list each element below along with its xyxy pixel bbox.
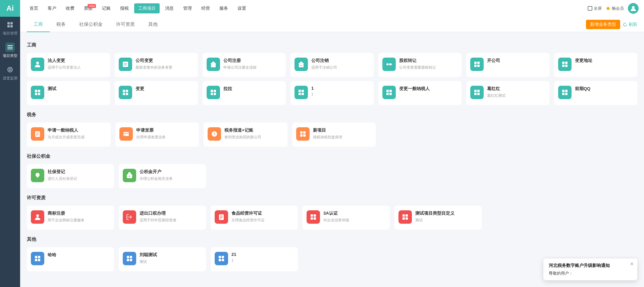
nav-accounting[interactable]: 记账 [98, 3, 115, 13]
ge-hong-hong-icon [470, 86, 484, 99]
other-cards: 哈哈 刘聪测试 测试 [27, 247, 298, 271]
svg-rect-47 [389, 93, 392, 95]
nav-customer[interactable]: 客户 [44, 3, 60, 13]
nav-industrial[interactable]: 工商项目 [134, 3, 160, 13]
svg-rect-52 [562, 90, 565, 92]
company-cancel-icon [294, 58, 308, 71]
svg-rect-83 [402, 217, 405, 220]
new-type-button[interactable]: 新增业务类型 [586, 20, 620, 29]
card-qian-qi-qq[interactable]: 前期QQ [554, 81, 637, 105]
nav-billing[interactable]: 收费 [62, 3, 78, 13]
liu-cong-test-icon [123, 252, 136, 265]
nav-ticket[interactable]: 票据 new [80, 3, 97, 13]
haha-icon [31, 252, 44, 265]
card-test[interactable]: 测试 [27, 81, 110, 105]
card-change-address[interactable]: 变更地址 [554, 53, 637, 77]
card-change-tax[interactable]: 变更一般纳税人 [378, 81, 462, 105]
tabbar-actions: 新增业务类型 刷新 [586, 20, 637, 32]
card-lala[interactable]: 拉拉 [203, 81, 286, 105]
tab-license[interactable]: 许可资质 [109, 17, 142, 32]
nav-message[interactable]: 消息 [161, 3, 178, 13]
tab-social[interactable]: 社保公积金 [72, 17, 109, 32]
svg-rect-41 [302, 90, 304, 92]
svg-rect-45 [389, 90, 392, 92]
card-ge-hong-hong[interactable]: 葛红红 葛红红测试 [466, 81, 549, 105]
svg-rect-31 [38, 93, 40, 95]
card-3a-cert[interactable]: 3A认证 对企业信誉评级 [303, 206, 390, 230]
tax-cards: 申请一般纳税人 当月或次月成变更完成 申请发票 办理申请发票业务 [27, 123, 376, 147]
fund-open-icon [123, 169, 136, 182]
social-register-icon [31, 169, 44, 182]
industrial-cards-row1: 法人变更 适用于公司变更法人 公司变更 股权变更外的业务变更 [27, 53, 637, 77]
tab-tax[interactable]: 税务 [50, 17, 72, 32]
sidebar-item-project-mgmt[interactable]: 项目管理 [0, 17, 20, 39]
sidebar-item-progress-monitor[interactable]: 进度监测 [0, 62, 20, 84]
vip-button[interactable]: 畅会员 [606, 6, 624, 11]
avatar[interactable] [628, 3, 639, 14]
svg-rect-53 [565, 90, 568, 92]
nav-operations[interactable]: 经营 [197, 3, 214, 13]
card-apply-invoice[interactable]: 申请发票 办理申请发票业务 [115, 123, 199, 147]
nav-settings[interactable]: 设置 [233, 3, 250, 13]
card-food-permit[interactable]: 食品经营许可证 办理食品经营许可证 [211, 206, 298, 230]
svg-point-68 [37, 174, 39, 176]
card-haha[interactable]: 哈哈 [27, 247, 114, 271]
section-tax-title: 税务 [27, 112, 637, 118]
svg-rect-32 [123, 90, 125, 92]
svg-rect-77 [311, 214, 313, 217]
svg-rect-5 [7, 47, 13, 48]
new-project-icon [296, 127, 310, 141]
card-fund-open[interactable]: 公积金开户 办理公积金相关业务 [119, 164, 206, 188]
industrial-cards-row2: 测试 变更 [27, 81, 637, 105]
card-change2[interactable]: 变更 [115, 81, 198, 105]
tab-other[interactable]: 其他 [142, 17, 164, 32]
card-one[interactable]: 1 1 [290, 81, 374, 105]
svg-rect-91 [127, 259, 129, 261]
card-tax-report-accounting[interactable]: 税务报道+记账 拿到营业执照的新公司 [204, 123, 287, 147]
svg-rect-46 [386, 93, 389, 95]
test-type-icon [398, 210, 412, 224]
card-legal-change[interactable]: 法人变更 适用于公司变更法人 [27, 53, 110, 77]
card-company-cancel[interactable]: 公司注销 适用于注销公司 [290, 53, 374, 77]
tab-industrial[interactable]: 工商 [27, 17, 50, 32]
card-apply-general-tax[interactable]: 申请一般纳税人 当月或次月成变更完成 [27, 123, 111, 147]
svg-rect-40 [299, 90, 301, 92]
card-company-register[interactable]: 公司注册 申请公司注册全流程 [203, 53, 286, 77]
svg-rect-50 [474, 93, 477, 95]
svg-rect-89 [127, 256, 129, 258]
svg-rect-44 [386, 90, 389, 92]
svg-rect-78 [314, 214, 316, 217]
trademark-icon [31, 210, 44, 224]
svg-rect-80 [314, 217, 316, 220]
svg-rect-82 [406, 214, 408, 217]
svg-rect-92 [130, 259, 132, 261]
project-type-icon [5, 43, 15, 52]
fullscreen-button[interactable]: 全屏 [588, 6, 602, 11]
card-trademark[interactable]: 商标注册 用于企业商标注册服务 [27, 206, 114, 230]
card-test-type[interactable]: 测试项目类型目定义 测试 [394, 206, 482, 230]
svg-rect-43 [302, 93, 304, 95]
nav-home[interactable]: 首页 [25, 3, 42, 13]
card-company-change[interactable]: 公司变更 股权变更外的业务变更 [115, 53, 198, 77]
svg-rect-22 [474, 65, 477, 67]
refresh-button[interactable]: 刷新 [623, 21, 637, 27]
lala-icon [207, 86, 220, 99]
nav-management[interactable]: 管理 [179, 3, 196, 13]
toast-close-button[interactable]: ✕ [630, 261, 634, 267]
nav-tax[interactable]: 报税 [116, 3, 133, 13]
main-wrap: 首页 客户 收费 票据 new 记账 报税 工商项目 消息 管理 经营 服务 设… [20, 0, 644, 287]
card-social-register[interactable]: 社保登记 进行人员社保登记 [27, 164, 114, 188]
card-new-project[interactable]: 新项目 报税加税控盘保管 [292, 123, 376, 147]
svg-rect-27 [565, 65, 568, 67]
card-equity-transfer[interactable]: 股权转让 公司变更需要股权转让 [378, 53, 462, 77]
food-permit-icon [215, 210, 228, 224]
card-twenty-one[interactable]: 21 1 [211, 247, 298, 271]
svg-rect-1 [10, 22, 13, 24]
topnav: 首页 客户 收费 票据 new 记账 报税 工商项目 消息 管理 经营 服务 设… [20, 0, 644, 17]
sidebar-item-project-type[interactable]: 项目类型 [0, 39, 20, 62]
3a-cert-icon [307, 210, 320, 224]
nav-service[interactable]: 服务 [215, 3, 232, 13]
card-import-export[interactable]: 进出口权办理 适用于对外贸易经营者 [119, 206, 206, 230]
card-liu-cong-test[interactable]: 刘聪测试 测试 [119, 247, 206, 271]
card-open-company[interactable]: 开公司 [466, 53, 549, 77]
